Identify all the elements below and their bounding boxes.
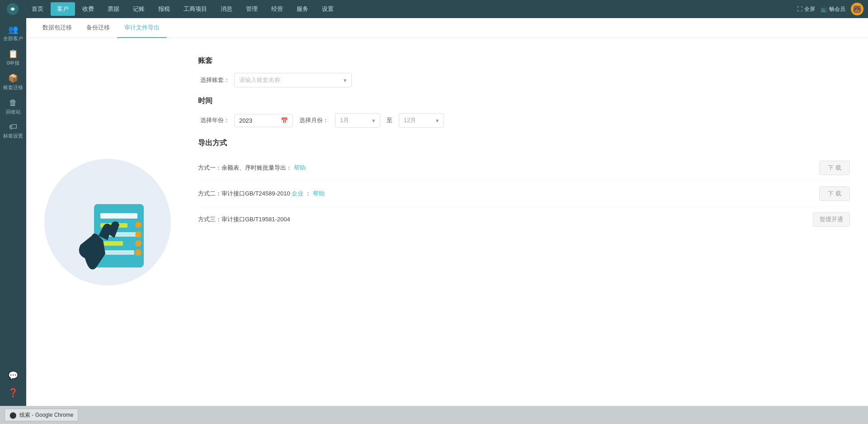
svg-point-8	[135, 222, 142, 228]
illustration-circle	[44, 159, 171, 286]
app-logo	[5, 1, 21, 17]
export-method-2: 方式二：审计接口GB/T24589-2010 企业 ： 帮助 下 载	[198, 181, 850, 207]
svg-point-9	[135, 231, 142, 238]
content-area: 数据包迁移 备份迁移 审计文件导出	[26, 18, 868, 406]
export-method-3: 方式三：审计接口GB/T19581-2004 暂缓开通	[198, 207, 850, 232]
export-method-1: 方式一：余额表、序时账批量导出： 帮助 下 载	[198, 155, 850, 181]
sidebar-label-migrate: 账套迁移	[3, 85, 23, 91]
sidebar-label-tag: 标签设置	[3, 133, 23, 139]
fullscreen-button[interactable]: ⛶ 全屏	[797, 5, 815, 13]
taskbar-item-label: 线索 - Google Chrome	[19, 411, 73, 419]
sidebar-label-recycle: 回收站	[6, 109, 21, 115]
illustration-area	[44, 52, 171, 392]
time-to-label: 至	[385, 116, 394, 124]
month-start-select[interactable]: 1月 ▾	[335, 113, 380, 128]
sidebar-item-tag-settings[interactable]: 🏷 标签设置	[1, 119, 25, 142]
top-navigation: 首页 客户 收费 票据 记账 报税 工商项目 消息 管理 经营 服务 设置 ⛶ …	[0, 0, 868, 18]
nav-fee[interactable]: 收费	[76, 2, 100, 16]
fullscreen-icon: ⛶	[797, 6, 802, 12]
export-method-1-help[interactable]: 帮助	[294, 164, 306, 171]
export-method-1-text: 方式一：余额表、序时账批量导出：	[198, 164, 292, 171]
year-select[interactable]: 2023 📅	[234, 114, 293, 127]
tag-icon: 🏷	[9, 122, 17, 132]
sidebar-item-recycle[interactable]: 🗑 回收站	[1, 95, 25, 118]
nav-accounting[interactable]: 记账	[127, 2, 151, 16]
nav-settings[interactable]: 设置	[316, 2, 340, 16]
nav-tax[interactable]: 报税	[152, 2, 176, 16]
message-icon: 💬	[8, 371, 18, 381]
account-section-title: 账套	[198, 56, 850, 66]
svg-rect-7	[100, 250, 134, 255]
top-nav-right: ⛶ 全屏 📺 畅会员 🐻	[797, 3, 863, 15]
tab-backup-migrate[interactable]: 备份迁移	[79, 18, 117, 38]
avatar[interactable]: 🐻	[851, 3, 863, 15]
sidebar-label-all-clients: 全部客户	[3, 36, 23, 42]
download-button-1[interactable]: 下 载	[819, 161, 850, 175]
year-label: 选择年份：	[198, 116, 230, 124]
svg-point-1	[11, 8, 14, 10]
export-section: 导出方式 方式一：余额表、序时账批量导出： 帮助 下 载 方式二：审计接口GB/…	[198, 138, 850, 232]
sidebar-bottom: 💬 ❓	[0, 368, 26, 406]
export-section-title: 导出方式	[198, 138, 850, 148]
time-section-title: 时间	[198, 96, 850, 106]
main-content: 账套 选择账套： 请输入账套名称 ▾ 时间 选择年份： 2023 📅	[26, 38, 868, 406]
nav-home[interactable]: 首页	[25, 2, 50, 16]
calendar-icon: 📅	[281, 117, 288, 124]
export-method-2-help[interactable]: 帮助	[313, 190, 325, 197]
account-label: 选择账套：	[198, 76, 230, 84]
month-label: 选择月份：	[297, 116, 330, 124]
export-method-2-text: 方式二：审计接口GB/T24589-2010	[198, 190, 290, 197]
sidebar-item-all-clients[interactable]: 👥 全部客户	[1, 22, 25, 44]
vip-open-button[interactable]: 暂缓开通	[813, 212, 850, 227]
tab-audit-export[interactable]: 审计文件导出	[117, 18, 167, 38]
sidebar-item-zero-declare[interactable]: 📋 0申报	[1, 46, 25, 69]
vip-icon: 📺	[821, 6, 827, 12]
tab-bar: 数据包迁移 备份迁移 审计文件导出	[26, 18, 868, 38]
vip-button[interactable]: 📺 畅会员	[821, 5, 845, 13]
nav-invoice[interactable]: 票据	[101, 2, 126, 16]
download-button-2[interactable]: 下 载	[819, 186, 850, 201]
nav-message[interactable]: 消息	[214, 2, 239, 16]
export-method-2-label: 方式二：审计接口GB/T24589-2010 企业 ： 帮助	[198, 190, 325, 198]
account-select-placeholder: 请输入账套名称	[239, 76, 280, 84]
nav-operation[interactable]: 经营	[265, 2, 289, 16]
chrome-icon: ⬤	[9, 411, 17, 419]
sidebar-item-account-migrate[interactable]: 📦 账套迁移	[1, 71, 25, 93]
form-area: 账套 选择账套： 请输入账套名称 ▾ 时间 选择年份： 2023 📅	[198, 52, 850, 392]
nav-client[interactable]: 客户	[51, 2, 75, 16]
clients-icon: 👥	[8, 24, 18, 34]
account-form-row: 选择账套： 请输入账套名称 ▾	[198, 73, 850, 87]
taskbar: ⬤ 线索 - Google Chrome	[0, 406, 868, 424]
export-method-2-highlight: 企业	[292, 190, 303, 197]
month-end-value: 12月	[404, 116, 416, 124]
month-end-arrow: ▾	[436, 117, 439, 124]
nav-items: 首页 客户 收费 票据 记账 报税 工商项目 消息 管理 经营 服务 设置	[25, 2, 797, 16]
nav-manage[interactable]: 管理	[240, 2, 264, 16]
migrate-icon: 📦	[8, 73, 18, 83]
account-select[interactable]: 请输入账套名称 ▾	[234, 73, 352, 87]
tab-data-migrate[interactable]: 数据包迁移	[35, 18, 79, 38]
month-start-value: 1月	[340, 116, 349, 124]
svg-point-10	[135, 240, 142, 247]
month-end-select[interactable]: 12月 ▾	[399, 113, 444, 128]
nav-business[interactable]: 工商项目	[177, 2, 213, 16]
taskbar-chrome-item[interactable]: ⬤ 线索 - Google Chrome	[5, 409, 78, 421]
sidebar-label-zero-declare: 0申报	[7, 60, 19, 66]
sidebar-item-help[interactable]: ❓	[1, 385, 25, 400]
main-layout: 👥 全部客户 📋 0申报 📦 账套迁移 🗑 回收站 🏷 标签设置 💬 ❓	[0, 18, 868, 406]
year-value: 2023	[239, 117, 252, 124]
sidebar: 👥 全部客户 📋 0申报 📦 账套迁移 🗑 回收站 🏷 标签设置 💬 ❓	[0, 18, 26, 406]
export-method-3-text: 方式三：审计接口GB/T19581-2004	[198, 216, 290, 223]
month-start-arrow: ▾	[372, 117, 375, 124]
export-method-2-after: ：	[305, 190, 311, 197]
export-method-1-label: 方式一：余额表、序时账批量导出： 帮助	[198, 164, 306, 172]
nav-service[interactable]: 服务	[290, 2, 315, 16]
illustration-svg	[62, 172, 153, 272]
help-icon: ❓	[8, 388, 18, 398]
zero-declare-icon: 📋	[8, 49, 18, 59]
account-select-arrow: ▾	[344, 77, 347, 84]
time-form-row: 选择年份： 2023 📅 选择月份： 1月 ▾ 至 12月 ▾	[198, 113, 850, 128]
svg-point-11	[135, 249, 142, 256]
fullscreen-label: 全屏	[804, 5, 815, 13]
sidebar-item-messages[interactable]: 💬	[1, 368, 25, 383]
